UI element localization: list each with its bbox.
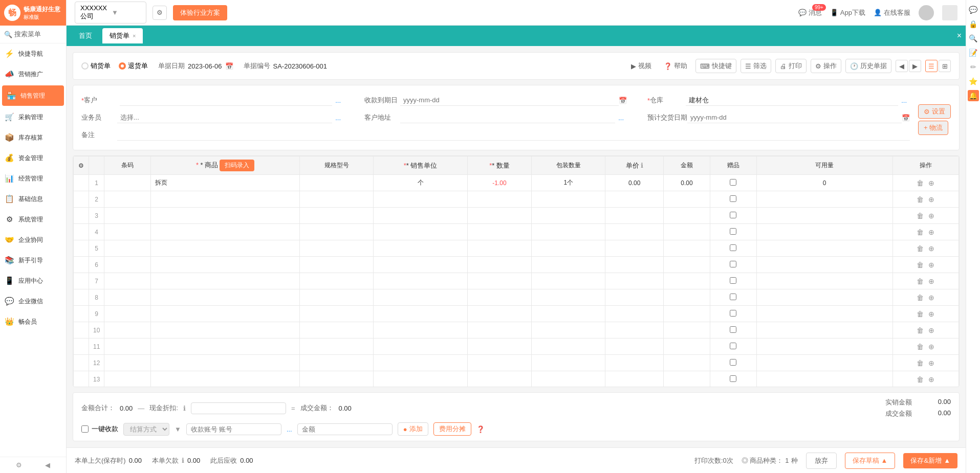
col-product-cell[interactable] [151,306,300,322]
col-product-cell[interactable] [151,322,300,339]
expected-date-calendar-icon[interactable]: 📅 [902,114,910,122]
print-btn[interactable]: 🖨 打印 [775,59,807,73]
col-price-cell[interactable]: 0.00 [605,175,664,191]
copy-row-icon[interactable]: ⊕ [927,244,936,253]
col-price-cell[interactable] [605,355,664,371]
due-date-calendar-icon[interactable]: 📅 [619,97,627,104]
col-product-cell[interactable] [151,240,300,257]
col-product-cell[interactable] [151,257,300,273]
copy-row-icon[interactable]: ⊕ [927,212,936,220]
abandon-button[interactable]: 放弃 [806,453,837,469]
col-price-cell[interactable] [605,322,664,339]
settings-button[interactable]: ⚙ [153,6,167,20]
col-product-cell[interactable] [151,355,300,371]
radio-return-order[interactable]: 退货单 [119,61,148,71]
sidebar-item-sales[interactable]: 🏪 销售管理 [2,85,64,106]
col-qty-cell[interactable] [467,257,532,273]
col-product-cell[interactable] [151,339,300,355]
col-price-cell[interactable] [605,240,664,257]
delete-row-icon[interactable]: 🗑 [915,359,925,367]
delete-row-icon[interactable]: 🗑 [915,261,925,269]
col-product-cell[interactable]: 拆页 [151,175,300,191]
warehouse-more[interactable]: ... [898,97,910,104]
customer-addr-input[interactable] [400,112,615,123]
delete-row-icon[interactable]: 🗑 [915,326,925,334]
sidebar-item-collab[interactable]: 🤝 企业协同 [0,230,66,250]
sidebar-item-basic[interactable]: 📋 基础信息 [0,189,66,209]
col-qty-cell[interactable] [467,339,532,355]
col-product-cell[interactable] [151,224,300,240]
sidebar-item-purchase[interactable]: 🛒 采购管理 [0,107,66,127]
radio-sales-order[interactable]: 销货单 [81,61,111,71]
col-product-cell[interactable] [151,208,300,224]
salesperson-input[interactable] [117,112,332,123]
tab-close-icon[interactable]: × [133,33,136,39]
delete-row-icon[interactable]: 🗑 [915,343,925,351]
sidebar-item-management[interactable]: 📊 经营管理 [0,168,66,189]
right-panel-btn-2[interactable]: 🔒 [968,18,979,30]
col-qty-cell[interactable] [467,224,532,240]
customer-addr-more[interactable]: ... [615,114,627,122]
sidebar-item-apps[interactable]: 📱 应用中心 [0,271,66,291]
prev-arrow[interactable]: ◀ [896,60,908,72]
warehouse-input[interactable] [686,95,898,106]
col-product-cell[interactable] [151,273,300,289]
col-price-cell[interactable] [605,273,664,289]
right-panel-btn-6[interactable]: ⭐ [968,76,979,87]
sidebar-item-member[interactable]: 👑 畅会员 [0,311,66,332]
delete-row-icon[interactable]: 🗑 [915,195,925,204]
sidebar-item-marketing[interactable]: 📣 营销推广 [0,64,66,84]
copy-row-icon[interactable]: ⊕ [927,343,936,351]
delete-row-icon[interactable]: 🗑 [915,277,925,285]
notes-input[interactable] [117,129,910,141]
online-service-button[interactable]: 👤 在线客服 [874,8,910,17]
copy-row-icon[interactable]: ⊕ [927,261,936,269]
cost-alloc-button[interactable]: 费用分摊 [433,422,471,436]
amount-input[interactable] [297,423,393,435]
col-qty-cell[interactable] [467,289,532,306]
setup-button[interactable]: ⚙ 设置 [918,104,951,119]
copy-row-icon[interactable]: ⊕ [927,310,936,318]
collapse-icon[interactable]: ◀ [45,461,50,469]
logistics-button[interactable]: + 物流 [918,121,948,135]
expected-date-input[interactable] [687,112,902,123]
search-menu-item[interactable]: 🔍 搜索菜单 [0,26,66,43]
save-new-button[interactable]: 保存&新增 ▲ [903,453,957,468]
copy-row-icon[interactable]: ⊕ [927,277,936,285]
save-draft-button[interactable]: 保存草稿 ▲ [845,453,896,469]
right-panel-btn-7[interactable]: 🔔 [968,90,979,101]
delete-row-icon[interactable]: 🗑 [915,212,925,220]
video-btn[interactable]: ▶ 视频 [627,59,656,73]
col-qty-cell[interactable] [467,371,532,388]
col-price-cell[interactable] [605,208,664,224]
col-price-cell[interactable] [605,257,664,273]
col-price-cell[interactable] [605,339,664,355]
right-panel-btn-1[interactable]: 💬 [968,4,979,15]
list-view-btn[interactable]: ☰ [925,60,938,72]
add-payment-button[interactable]: ● 添加 [398,422,428,436]
tab-sales-order[interactable]: 销货单 × [102,28,143,43]
ops-btn[interactable]: ⚙ 操作 [811,59,841,73]
col-qty-cell[interactable] [467,306,532,322]
copy-row-icon[interactable]: ⊕ [927,375,936,384]
tab-home[interactable]: 首页 [71,28,100,43]
sidebar-item-finance[interactable]: 💰 资金管理 [0,148,66,168]
col-product-cell[interactable] [151,191,300,208]
pay-method-select[interactable]: 结算方式 [123,423,169,436]
delete-row-icon[interactable]: 🗑 [915,294,925,302]
delete-row-icon[interactable]: 🗑 [915,244,925,253]
copy-row-icon[interactable]: ⊕ [927,179,936,187]
settings-bottom-icon[interactable]: ⚙ [16,461,22,469]
message-button[interactable]: 💬 消息 99+ [798,8,822,17]
account-input[interactable] [186,423,281,435]
copy-row-icon[interactable]: ⊕ [927,294,936,302]
col-settings-header[interactable]: ⚙ [74,156,89,175]
help-btn[interactable]: ❓ 帮助 [660,59,691,73]
col-qty-cell[interactable] [467,240,532,257]
sidebar-item-system[interactable]: ⚙ 系统管理 [0,209,66,230]
sidebar-item-quicknav[interactable]: ⚡ 快捷导航 [0,43,66,64]
col-qty-cell[interactable] [467,208,532,224]
shortcut-btn[interactable]: ⌨ 快捷键 [695,59,736,73]
right-panel-btn-5[interactable]: ✏ [968,61,979,73]
col-price-cell[interactable] [605,289,664,306]
